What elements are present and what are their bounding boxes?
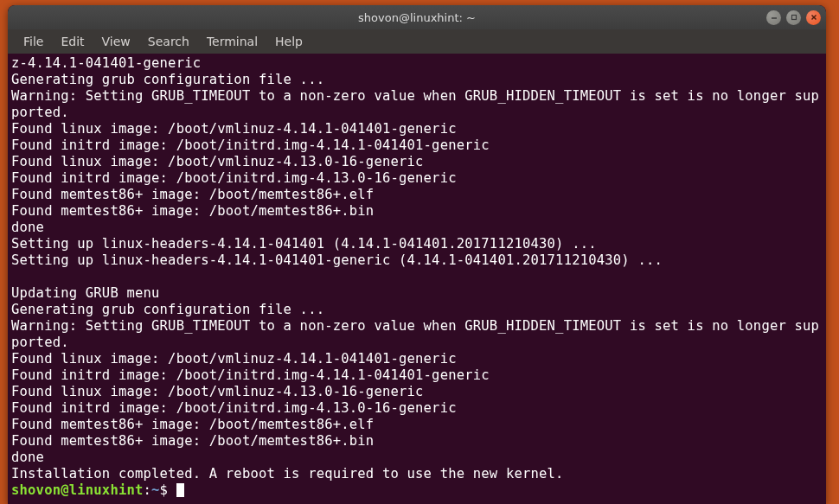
terminal-line: Found initrd image: /boot/initrd.img-4.1… — [11, 400, 457, 416]
terminal-line: Warning: Setting GRUB_TIMEOUT to a non-z… — [11, 88, 819, 120]
terminal-line: Found initrd image: /boot/initrd.img-4.1… — [11, 137, 490, 153]
menu-file[interactable]: File — [15, 31, 52, 52]
terminal-line: Found initrd image: /boot/initrd.img-4.1… — [11, 367, 490, 383]
menu-terminal[interactable]: Terminal — [198, 31, 266, 52]
window-title: shovon@linuxhint: ~ — [358, 11, 476, 24]
terminal-line: Setting up linux-headers-4.14.1-041401 (… — [11, 236, 597, 252]
minimize-button[interactable] — [766, 10, 781, 25]
menu-edit[interactable]: Edit — [52, 31, 93, 52]
close-icon — [810, 14, 817, 21]
maximize-button[interactable] — [786, 10, 801, 25]
window-controls — [766, 10, 821, 25]
terminal-line: Found linux image: /boot/vmlinuz-4.13.0-… — [11, 384, 424, 399]
terminal-line: done — [11, 450, 44, 465]
menu-search[interactable]: Search — [139, 31, 198, 52]
cursor-block — [176, 483, 184, 497]
terminal-line: Found memtest86+ image: /boot/memtest86+… — [11, 433, 374, 449]
terminal-line: Found linux image: /boot/vmlinuz-4.14.1-… — [11, 121, 457, 137]
prompt-path: ~ — [151, 482, 160, 498]
menubar: File Edit View Search Terminal Help — [8, 29, 826, 54]
window-titlebar[interactable]: shovon@linuxhint: ~ — [8, 5, 826, 29]
svg-rect-1 — [791, 16, 796, 20]
terminal-line: Found memtest86+ image: /boot/memtest86+… — [11, 203, 374, 219]
prompt-user: shovon@linuxhint — [11, 482, 144, 498]
terminal-line: z-4.14.1-041401-generic — [11, 55, 201, 71]
terminal-window: shovon@linuxhint: ~ File Edit View Searc… — [8, 5, 826, 504]
terminal-line: Installation completed. A reboot is requ… — [11, 466, 564, 482]
terminal-line: Generating grub configuration file ... — [11, 302, 324, 317]
terminal-line: Found linux image: /boot/vmlinuz-4.13.0-… — [11, 154, 424, 169]
terminal-line: done — [11, 220, 44, 235]
prompt-dollar: $ — [160, 482, 169, 498]
menu-view[interactable]: View — [93, 31, 139, 52]
terminal-line: Warning: Setting GRUB_TIMEOUT to a non-z… — [11, 318, 819, 350]
terminal-line: Found initrd image: /boot/initrd.img-4.1… — [11, 170, 457, 186]
terminal-line: Found memtest86+ image: /boot/memtest86+… — [11, 417, 374, 432]
prompt-colon: : — [144, 482, 152, 498]
terminal-line: Found linux image: /boot/vmlinuz-4.14.1-… — [11, 351, 457, 367]
terminal-output[interactable]: z-4.14.1-041401-generic Generating grub … — [8, 54, 826, 501]
close-button[interactable] — [806, 10, 821, 25]
terminal-line: Updating GRUB menu — [11, 285, 160, 301]
minimize-icon — [771, 14, 778, 21]
maximize-icon — [791, 14, 797, 21]
terminal-line: Found memtest86+ image: /boot/memtest86+… — [11, 187, 374, 202]
menu-help[interactable]: Help — [266, 31, 311, 52]
terminal-line: Generating grub configuration file ... — [11, 72, 324, 87]
terminal-line: Setting up linux-headers-4.14.1-041401-g… — [11, 252, 663, 268]
